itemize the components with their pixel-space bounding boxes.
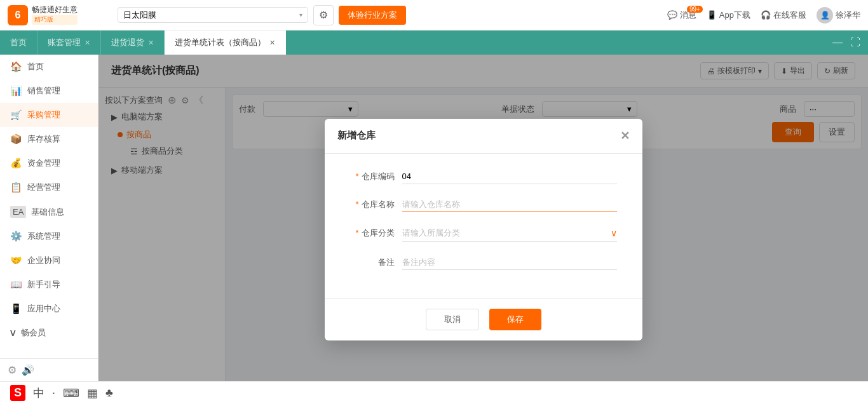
system-icon: ⚙️ <box>10 231 22 242</box>
sidebar-item-apps-label: 应用中心 <box>27 303 60 314</box>
search-area[interactable]: ▾ <box>118 7 308 23</box>
sidebar-item-finance[interactable]: 💰 资金管理 <box>0 151 98 175</box>
sidebar-item-system[interactable]: ⚙️ 系统管理 <box>0 224 98 248</box>
tab-stats-close[interactable]: ✕ <box>269 39 275 47</box>
sidebar-bottom: ⚙ 🔊 <box>0 358 98 381</box>
tab-home-label: 首页 <box>10 37 27 48</box>
dialog-body: 仓库编码 仓库名称 仓库分类 请输入所属分类 ∨ <box>325 154 642 298</box>
sidebar-item-basic-info[interactable]: EA 基础信息 <box>0 199 98 224</box>
sidebar-item-basic-info-label: 基础信息 <box>31 206 64 218</box>
sidebar-item-purchase[interactable]: 🛒 采购管理 <box>0 103 98 127</box>
sidebar-item-purchase-label: 采购管理 <box>27 109 60 121</box>
sidebar-item-vip-label: 畅会员 <box>21 327 46 339</box>
sales-icon: 📊 <box>10 85 22 97</box>
tab-account[interactable]: 账套管理 ✕ <box>37 30 101 55</box>
category-select[interactable]: 请输入所属分类 ∨ <box>402 225 617 242</box>
tab-purchase-return-label: 进货退货 <box>111 37 144 48</box>
tab-minus-icon[interactable]: — <box>830 36 845 50</box>
content: 进货单统计(按商品) 🖨 按模板打印 ▾ ⬇ 导出 ↻ 刷新 <box>98 55 868 404</box>
search-input[interactable] <box>123 10 299 20</box>
topbar-right: 💬 消息 99+ 📱 App下载 🎧 在线客服 👤 徐泽华 <box>667 7 860 24</box>
apps-icon: 📱 <box>10 303 22 314</box>
tab-controls: — ⛶ <box>825 30 868 55</box>
online-service-item[interactable]: 🎧 在线客服 <box>761 10 806 21</box>
cancel-button[interactable]: 取消 <box>426 309 479 330</box>
sidebar-item-enterprise[interactable]: 🤝 企业协同 <box>0 248 98 273</box>
dot-icon[interactable]: · <box>52 386 55 400</box>
dialog-header: 新增仓库 ✕ <box>325 119 642 154</box>
sidebar-item-guide[interactable]: 📖 新手引导 <box>0 273 98 297</box>
online-service-label: 在线客服 <box>773 10 806 21</box>
settings-button[interactable]: ⚙ <box>313 5 334 25</box>
modal-overlay: 新增仓库 ✕ 仓库编码 仓库名称 仓库 <box>98 55 868 404</box>
dialog-close-icon[interactable]: ✕ <box>620 129 630 143</box>
bottombar: S 中 · ⌨ ▦ ♣ <box>0 381 868 404</box>
keyboard-icon[interactable]: ⌨ <box>63 386 79 400</box>
tab-expand-icon[interactable]: ⛶ <box>848 36 863 50</box>
dialog-new-warehouse: 新增仓库 ✕ 仓库编码 仓库名称 仓库 <box>325 119 642 340</box>
dialog-title: 新增仓库 <box>337 130 376 142</box>
sidebar-item-inventory[interactable]: 📦 库存核算 <box>0 127 98 151</box>
headset-icon: 🎧 <box>761 10 771 20</box>
note-input[interactable] <box>402 255 617 270</box>
code-input[interactable] <box>402 169 617 184</box>
tab-purchase-return[interactable]: 进货退货 ✕ <box>101 30 165 55</box>
sidebar-item-home[interactable]: 🏠 首页 <box>0 55 98 79</box>
form-row-category: 仓库分类 请输入所属分类 ∨ <box>350 225 617 242</box>
finance-icon: 💰 <box>10 158 22 169</box>
app-download-item[interactable]: 📱 App下载 <box>707 10 750 21</box>
enterprise-icon: 🤝 <box>10 255 22 266</box>
logo-icon: 6 <box>8 5 28 25</box>
category-arrow-icon: ∨ <box>611 228 617 238</box>
logo-area: 6 畅捷通好生意 精巧版 <box>8 5 106 25</box>
topbar: 6 畅捷通好生意 精巧版 ▾ ⚙ 体验行业方案 💬 消息 99+ 📱 App下载… <box>0 0 868 30</box>
tabbar: 首页 账套管理 ✕ 进货退货 ✕ 进货单统计表（按商品） ✕ — ⛶ <box>0 30 868 55</box>
form-row-name: 仓库名称 <box>350 197 617 212</box>
tab-home[interactable]: 首页 <box>0 30 37 55</box>
home-icon: 🏠 <box>10 61 22 72</box>
message-icon: 💬 <box>667 10 677 20</box>
tab-stats-label: 进货单统计表（按商品） <box>175 37 266 48</box>
sidebar-item-apps[interactable]: 📱 应用中心 <box>0 297 98 321</box>
brand-s-icon: S <box>10 385 25 401</box>
tab-spacer <box>286 30 825 55</box>
speaker-icon[interactable]: 🔊 <box>22 364 34 376</box>
name-input[interactable] <box>402 197 617 212</box>
tab-stats[interactable]: 进货单统计表（按商品） ✕ <box>165 30 286 55</box>
form-row-code: 仓库编码 <box>350 169 617 184</box>
dialog-footer: 取消 保存 <box>325 298 642 340</box>
misc-icon[interactable]: ♣ <box>105 386 113 400</box>
avatar: 👤 <box>817 7 833 24</box>
sidebar-item-vip[interactable]: V 畅会员 <box>0 321 98 345</box>
tab-account-close[interactable]: ✕ <box>85 39 90 47</box>
username-label: 徐泽华 <box>836 10 860 21</box>
company-name: 畅捷通好生意 <box>32 5 78 15</box>
search-arrow-icon[interactable]: ▾ <box>299 11 302 18</box>
tab-account-label: 账套管理 <box>48 37 81 48</box>
category-label: 仓库分类 <box>350 227 395 239</box>
save-button[interactable]: 保存 <box>489 309 541 330</box>
purchase-icon: 🛒 <box>10 109 22 121</box>
operations-icon: 📋 <box>10 182 22 193</box>
basic-info-icon: EA <box>10 206 26 218</box>
sidebar-item-operations-label: 经营管理 <box>27 182 60 193</box>
sidebar-item-system-label: 系统管理 <box>27 231 60 242</box>
category-placeholder: 请输入所属分类 <box>402 227 460 239</box>
grid-icon[interactable]: ▦ <box>87 386 98 400</box>
notification-item[interactable]: 💬 消息 99+ <box>667 10 696 21</box>
mobile-icon: 📱 <box>707 10 717 20</box>
trial-button[interactable]: 体验行业方案 <box>339 6 406 25</box>
sidebar-item-finance-label: 资金管理 <box>27 158 60 169</box>
inventory-icon: 📦 <box>10 133 22 145</box>
edition-badge: 精巧版 <box>32 15 78 25</box>
zh-icon[interactable]: 中 <box>33 386 44 401</box>
guide-icon: 📖 <box>10 279 22 290</box>
user-info[interactable]: 👤 徐泽华 <box>817 7 860 24</box>
sidebar: 🏠 首页 📊 销售管理 🛒 采购管理 📦 库存核算 💰 资金管理 📋 经营管理 … <box>0 55 98 404</box>
sidebar-item-sales[interactable]: 📊 销售管理 <box>0 79 98 103</box>
sidebar-item-operations[interactable]: 📋 经营管理 <box>0 175 98 199</box>
app-download-label: App下载 <box>719 10 750 21</box>
sidebar-item-home-label: 首页 <box>27 61 44 72</box>
settings-bottom-icon[interactable]: ⚙ <box>8 364 17 376</box>
tab-purchase-return-close[interactable]: ✕ <box>148 39 154 47</box>
